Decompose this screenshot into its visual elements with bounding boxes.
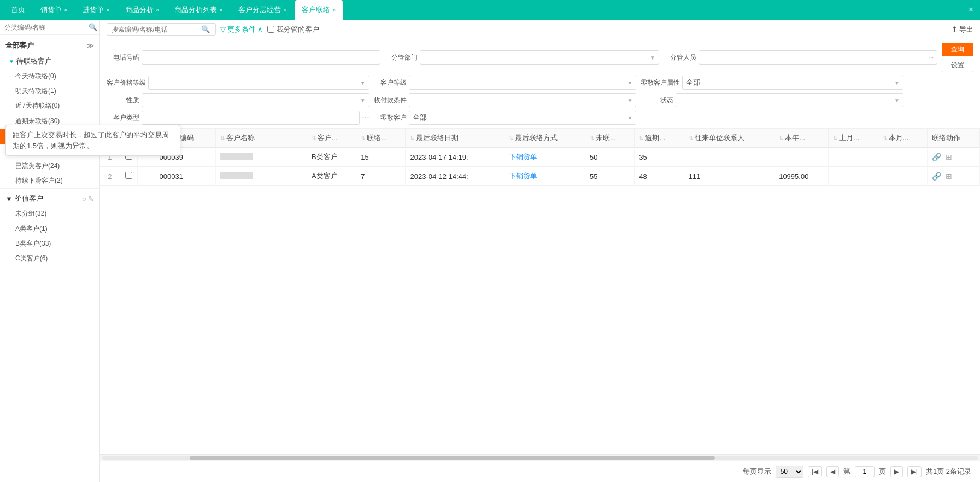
retail-attr-select[interactable]: 全部 ▼ bbox=[682, 76, 903, 90]
sidebar-lost[interactable]: 已流失客户(24) bbox=[0, 159, 99, 173]
nav-customer-contact[interactable]: 客户联络 × bbox=[295, 0, 342, 20]
row-2-select[interactable] bbox=[125, 172, 132, 179]
sidebar-search-bar: 🔍 bbox=[0, 20, 99, 35]
sort-contact-icon[interactable]: ⇅ bbox=[361, 135, 365, 141]
row-2-index: 2 bbox=[100, 167, 120, 186]
sidebar-a-class[interactable]: A类客户(1) bbox=[0, 222, 99, 236]
customer-type-select[interactable] bbox=[142, 111, 360, 125]
row-2-action-link-icon[interactable]: 🔗 bbox=[932, 172, 941, 181]
horizontal-scrollbar[interactable] bbox=[100, 454, 980, 461]
sort-method-icon[interactable]: ⇅ bbox=[509, 135, 513, 141]
prev-page-btn[interactable]: ◀ bbox=[826, 466, 839, 477]
sort-this-month-icon[interactable]: ⇅ bbox=[883, 135, 887, 141]
nav-product-analysis[interactable]: 商品分析 × bbox=[119, 0, 166, 20]
sort-uncontacted-icon[interactable]: ⇅ bbox=[590, 135, 594, 141]
row-1-action-link-icon[interactable]: 🔗 bbox=[932, 153, 941, 161]
sort-overdue-icon[interactable]: ⇅ bbox=[639, 135, 643, 141]
nav-purchase[interactable]: 进货单 × bbox=[76, 0, 116, 20]
row-2-last-date: 2023-04-12 14:44: bbox=[406, 167, 504, 186]
row-2-last-method: 下销货单 bbox=[504, 167, 585, 186]
row-2-code: 000031 bbox=[155, 167, 215, 186]
retail-customer-select[interactable]: 全部 ▼ bbox=[409, 111, 637, 125]
sidebar-value-group[interactable]: ▼ 价值客户 ○ ✎ bbox=[0, 191, 99, 206]
sidebar-declining[interactable]: 持续下滑客户(2) bbox=[0, 173, 99, 188]
row-2-actions: 🔗 ⊞ bbox=[927, 167, 979, 186]
sidebar-search-input[interactable] bbox=[4, 24, 86, 31]
last-page-btn[interactable]: ▶| bbox=[907, 466, 922, 477]
close-product-analysis-icon[interactable]: × bbox=[156, 7, 159, 13]
sidebar-pending-section[interactable]: ▼ 待联络客户 bbox=[0, 54, 99, 69]
th-name: ⇅客户名称 bbox=[215, 129, 307, 148]
sort-year-icon[interactable]: ⇅ bbox=[779, 135, 783, 141]
customer-grade-select[interactable]: ▼ bbox=[409, 76, 637, 90]
row-2-this-year: 10995.00 bbox=[774, 167, 829, 186]
gender-select[interactable]: ▼ bbox=[142, 93, 369, 107]
payment-select[interactable]: ▼ bbox=[409, 93, 637, 107]
sidebar-all-customers[interactable]: 全部客户 ≫ bbox=[0, 37, 99, 54]
sidebar-7days-pending[interactable]: 近7天待联络(0) bbox=[0, 98, 99, 113]
row-1-contact: 15 bbox=[356, 148, 406, 167]
dept-select[interactable]: ▼ bbox=[420, 50, 659, 65]
per-page-select[interactable]: 50 20 100 bbox=[776, 466, 803, 478]
sidebar-c-class[interactable]: C类客户(6) bbox=[0, 251, 99, 266]
retail-attr-arrow-icon: ▼ bbox=[894, 80, 900, 86]
sidebar-search-icon: 🔍 bbox=[89, 23, 97, 31]
value-edit-icon[interactable]: ✎ bbox=[88, 195, 94, 203]
row-1-action-grid-icon[interactable]: ⊞ bbox=[946, 153, 952, 161]
sort-partners-icon[interactable]: ⇅ bbox=[689, 135, 693, 141]
settings-button[interactable]: 设置 bbox=[942, 59, 973, 72]
row-1-type: B类客户 bbox=[307, 148, 356, 167]
th-this-year: ⇅本年... bbox=[774, 129, 829, 148]
phone-input[interactable] bbox=[142, 50, 380, 65]
close-purchase-icon[interactable]: × bbox=[106, 7, 109, 13]
close-customer-contact-icon[interactable]: × bbox=[332, 7, 336, 13]
filter-buttons: 查询 设置 bbox=[942, 43, 973, 72]
first-page-btn[interactable]: |◀ bbox=[808, 466, 822, 477]
more-conditions-arrow-icon: ∧ bbox=[257, 25, 263, 33]
close-product-analysis-list-icon[interactable]: × bbox=[219, 7, 222, 13]
scrollbar-thumb[interactable] bbox=[190, 456, 715, 460]
export-button[interactable]: ⬆ 导出 bbox=[952, 25, 973, 34]
row-2-type: A类客户 bbox=[307, 167, 356, 186]
customer-type-more-icon[interactable]: ··· bbox=[362, 113, 369, 123]
sidebar-tomorrow-pending[interactable]: 明天待联络(1) bbox=[0, 84, 99, 98]
collapse-sidebar-icon[interactable]: ≫ bbox=[86, 42, 94, 50]
query-button[interactable]: 查询 bbox=[942, 43, 973, 56]
row-2-action-grid-icon[interactable]: ⊞ bbox=[946, 172, 952, 181]
sidebar-b-class[interactable]: B类客户(33) bbox=[0, 236, 99, 251]
table-row: 1 000039 B类客户 15 2023-04-17 14:19: 下销货单 … bbox=[100, 148, 980, 167]
search-box[interactable]: 🔍 bbox=[107, 23, 216, 36]
search-input[interactable] bbox=[112, 26, 199, 33]
manager-select[interactable]: ··· bbox=[699, 50, 937, 65]
value-refresh-icon[interactable]: ○ bbox=[82, 195, 86, 203]
sort-type-icon[interactable]: ⇅ bbox=[312, 135, 316, 141]
sidebar-value-section: ▼ 价值客户 ○ ✎ 未分组(32) A类客户(1) B类客户(33) C类客户… bbox=[0, 188, 99, 268]
sort-date-icon[interactable]: ⇅ bbox=[410, 135, 414, 141]
table-row: 2 000031 A类客户 7 2023-04-12 14:44: 下销货单 5… bbox=[100, 167, 980, 186]
price-grade-select[interactable]: ▼ bbox=[148, 76, 369, 90]
sidebar-ungrouped[interactable]: 未分组(32) bbox=[0, 206, 99, 221]
status-select[interactable]: ▼ bbox=[676, 93, 903, 107]
row-1-last-method: 下销货单 bbox=[504, 148, 585, 167]
th-last-contact-date: ⇅最后联络日期 bbox=[406, 129, 504, 148]
more-conditions-btn[interactable]: ▽ 更多条件 ∧ bbox=[220, 25, 263, 34]
th-uncontacted: ⇅未联... bbox=[585, 129, 634, 148]
nav-product-analysis-list[interactable]: 商品分析列表 × bbox=[168, 0, 229, 20]
filter-row-4: 客户类型 ··· 零散客户 全部 ▼ bbox=[107, 111, 973, 125]
sidebar-today-pending[interactable]: 今天待联络(0) bbox=[0, 69, 99, 84]
filter-row-1: 电话号码 分管部门 ▼ 分管人员 ··· bbox=[107, 43, 973, 72]
close-all-tabs[interactable]: × bbox=[969, 5, 973, 15]
next-page-btn[interactable]: ▶ bbox=[890, 466, 903, 477]
close-customer-tier-icon[interactable]: × bbox=[283, 7, 286, 13]
row-2-this-month bbox=[878, 167, 927, 186]
nav-home[interactable]: 首页 bbox=[4, 0, 32, 20]
nav-customer-tier[interactable]: 客户分层经营 × bbox=[232, 0, 293, 20]
nav-sales[interactable]: 销货单 × bbox=[34, 0, 74, 20]
row-1-last-month bbox=[829, 148, 878, 167]
filter-retail-customer: 零散客户 全部 ▼ bbox=[374, 111, 637, 125]
my-customers-checkbox[interactable] bbox=[267, 26, 274, 33]
current-page-input[interactable] bbox=[855, 466, 875, 477]
close-sales-icon[interactable]: × bbox=[64, 7, 67, 13]
sort-last-month-icon[interactable]: ⇅ bbox=[833, 135, 837, 141]
sort-name-icon[interactable]: ⇅ bbox=[220, 135, 225, 141]
